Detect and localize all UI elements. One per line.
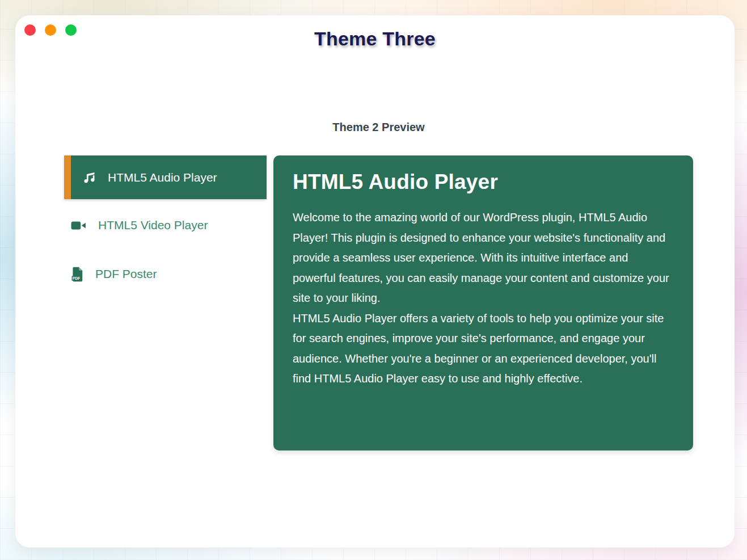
theme-content-panel: HTML5 Audio Player Welcome to the amazin… (273, 155, 693, 450)
svg-text:PDF: PDF (73, 276, 80, 280)
video-camera-icon (71, 220, 87, 231)
tab-label: PDF Poster (95, 267, 157, 281)
preview-layout: HTML5 Audio Player HTML5 Video Player (64, 155, 693, 450)
preview-label: Theme 2 Preview (64, 121, 693, 134)
panel-heading: HTML5 Audio Player (293, 170, 674, 194)
tab-html5-audio-player[interactable]: HTML5 Audio Player (64, 155, 267, 199)
theme-preview-section: Theme 2 Preview HTML5 Audio Player (64, 121, 693, 450)
panel-paragraph: Welcome to the amazing world of our Word… (293, 208, 674, 309)
panel-paragraph: HTML5 Audio Player offers a variety of t… (293, 309, 674, 389)
pdf-file-icon: PDF (71, 267, 84, 282)
tab-pdf-poster[interactable]: PDF PDF Poster (64, 262, 267, 287)
tab-list: HTML5 Audio Player HTML5 Video Player (64, 155, 267, 287)
tab-html5-video-player[interactable]: HTML5 Video Player (64, 213, 267, 238)
tab-label: HTML5 Audio Player (108, 171, 217, 184)
tab-label: HTML5 Video Player (98, 218, 208, 232)
window-title: Theme Three (15, 28, 735, 50)
music-note-icon (82, 170, 96, 184)
app-window: Theme Three Theme 2 Preview HTML5 Audio … (15, 15, 735, 548)
